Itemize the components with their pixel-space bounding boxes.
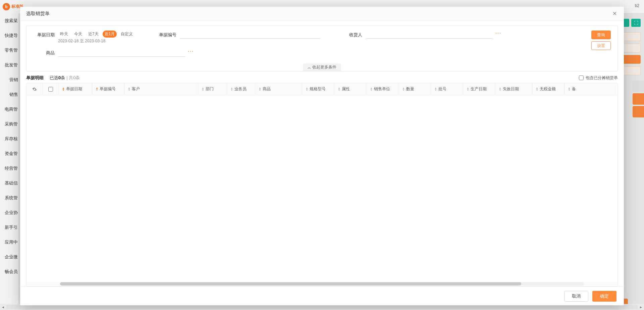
doc-code-input[interactable] [180,31,321,39]
modal-title: 选取销货单 [26,11,50,17]
date-quick-options: 昨天 今天 近7天 近1月 自定义 [58,31,135,38]
col-date[interactable]: ▲▼单据日期 [59,83,92,95]
results-table: ▲▼单据日期▲▼单据编号▲▼客户▲▼部门▲▼业务员▲▼商品▲▼规格型号▲▼属性▲… [26,83,618,287]
filter-receiver-label: 收货人 [341,31,366,38]
collapse-filters-toggle[interactable]: ︽ 收起更多条件 [303,63,341,71]
col-cust[interactable]: ▲▼客户 [124,83,198,95]
include-allocated-checkbox[interactable]: 包含已分摊销货单 [579,75,618,81]
scrollbar-track[interactable] [60,282,584,286]
col-batch[interactable]: ▲▼批号 [431,83,463,95]
col-notax[interactable]: ▲▼无税金额 [532,83,565,95]
sort-icon: ▲▼ [202,87,204,91]
chevron-up-icon: ︽ [308,65,311,70]
date-opt-1month[interactable]: 近1月 [103,31,117,38]
total-count: | 共0条 [66,75,80,81]
sort-icon: ▲▼ [568,87,571,91]
filter-goods-label: 商品 [33,49,58,56]
include-allocated-label: 包含已分摊销货单 [586,75,618,81]
date-range-text: 2023-02-18 至 2023-03-18 [58,38,135,44]
modal-header: 选取销货单 ✕ [20,7,624,21]
column-settings-button[interactable] [26,83,43,95]
filter-code: 单据编号 [155,31,321,44]
date-opt-7days[interactable]: 近7天 [86,31,101,38]
filter-receiver: 收货人 ⋯ [341,31,502,44]
table-head: ▲▼单据日期▲▼单据编号▲▼客户▲▼部门▲▼业务员▲▼商品▲▼规格型号▲▼属性▲… [26,83,617,95]
sort-icon: ▲▼ [230,87,233,91]
search-button[interactable]: 查询 [591,31,611,39]
list-header: 单据明细 已选0条 | 共0条 包含已分摊销货单 [26,75,618,81]
modal-footer: 取消 确定 [20,287,624,305]
col-spec[interactable]: ▲▼规格型号 [302,83,334,95]
scrollbar-thumb[interactable] [60,282,521,286]
filter-actions: 查询 设置 [591,31,611,50]
sort-icon: ▲▼ [499,87,501,91]
col-sales[interactable]: ▲▼业务员 [227,83,255,95]
filter-panel: 单据日期 昨天 今天 近7天 近1月 自定义 2023-02-18 至 2023… [26,25,618,71]
sort-icon: ▲▼ [259,87,261,91]
col-note[interactable]: ▲▼备 [565,83,581,95]
sort-icon: ▲▼ [467,87,469,91]
sort-icon: ▲▼ [306,87,308,91]
col-proddate[interactable]: ▲▼生产日期 [463,83,495,95]
receiver-more-icon[interactable]: ⋯ [495,31,502,35]
selected-count: 已选0条 [50,75,65,81]
table-body-empty [26,95,618,256]
collapse-label: 收起更多条件 [312,64,336,70]
col-unit[interactable]: ▲▼销售单位 [367,83,399,95]
col-qty[interactable]: ▲▼数量 [399,83,431,95]
table-horizontal-scrollbar[interactable] [26,281,618,286]
col-dept[interactable]: ▲▼部门 [198,83,227,95]
date-opt-custom[interactable]: 自定义 [119,31,135,38]
sort-icon: ▲▼ [402,87,405,91]
sort-icon: ▲▼ [338,87,340,91]
col-attr[interactable]: ▲▼属性 [334,83,367,95]
goods-more-icon[interactable]: ⋯ [187,49,194,53]
filter-code-label: 单据编号 [155,31,180,38]
sort-icon: ▲▼ [434,87,437,91]
select-sales-order-modal: 选取销货单 ✕ 单据日期 昨天 今天 近7天 近1月 自定义 2023-02-1… [20,7,624,305]
goods-input[interactable] [58,49,185,57]
filter-date-label: 单据日期 [33,31,58,38]
sort-icon: ▲▼ [96,87,98,91]
sort-icon: ▲▼ [128,87,130,91]
date-opt-yesterday[interactable]: 昨天 [58,31,70,38]
sort-icon: ▲▼ [370,87,373,91]
receiver-input[interactable] [366,31,493,39]
filter-date: 单据日期 昨天 今天 近7天 近1月 自定义 2023-02-18 至 2023… [33,31,135,44]
gear-icon [32,87,37,92]
col-goods[interactable]: ▲▼商品 [255,83,302,95]
col-code[interactable]: ▲▼单据编号 [92,83,124,95]
sort-icon: ▲▼ [62,87,65,91]
list-tab-detail[interactable]: 单据明细 [26,75,44,81]
close-icon[interactable]: ✕ [611,10,618,17]
cancel-button[interactable]: 取消 [564,291,588,302]
confirm-button[interactable]: 确定 [592,291,616,302]
select-all-checkbox[interactable] [43,83,59,95]
sort-icon: ▲▼ [536,87,538,91]
date-opt-today[interactable]: 今天 [72,31,84,38]
include-allocated-input[interactable] [579,75,584,80]
col-expdate[interactable]: ▲▼失效日期 [495,83,532,95]
settings-button[interactable]: 设置 [591,41,611,50]
filter-goods: 商品 ⋯ [33,49,611,60]
